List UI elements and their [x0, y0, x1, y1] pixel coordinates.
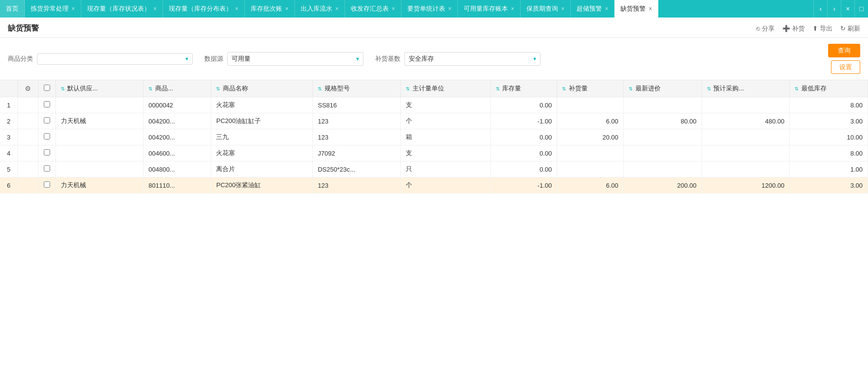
tab-label-1: 拣货异常处理 — [31, 4, 69, 13]
cell-unit-0: 支 — [400, 97, 490, 113]
tab-close-1[interactable]: × — [72, 5, 75, 12]
export-button[interactable]: ⬆ 导出 — [813, 24, 832, 33]
query-button[interactable]: 查询 — [828, 44, 860, 57]
col-header-product_name[interactable]: ⇅ 商品名称 — [211, 80, 313, 97]
table-body: 10000042火花塞SS816支0.008.002力天机械004200...P… — [0, 97, 868, 194]
row-checkbox-1[interactable] — [44, 117, 50, 123]
tab-scroll-right[interactable]: › — [827, 0, 841, 18]
cell-product_name-0: 火花塞 — [211, 97, 313, 113]
tab-close-8[interactable]: × — [511, 5, 514, 12]
cell-unit-2: 箱 — [400, 129, 490, 145]
filter-actions: 查询 设置 — [828, 44, 860, 74]
tab-close-3[interactable]: × — [235, 5, 238, 12]
tab-item-4[interactable]: 库存批次账× — [245, 0, 295, 18]
tab-item-7[interactable]: 要货单统计表× — [401, 0, 458, 18]
gear-col-icon[interactable]: ⚙ — [25, 85, 31, 92]
select-all-checkbox[interactable] — [44, 85, 50, 91]
export-label: 导出 — [820, 24, 832, 33]
tab-close-4[interactable]: × — [285, 5, 289, 12]
col-header-product_code[interactable]: ⇅ 商品... — [144, 80, 211, 97]
cell-replenish_qty-5: 6.00 — [557, 177, 624, 194]
settings-button[interactable]: 设置 — [831, 60, 860, 74]
tab-maximize[interactable]: □ — [854, 0, 868, 18]
cell-unit-3: 支 — [400, 145, 490, 161]
row-num-1: 2 — [0, 113, 18, 129]
table-container: ⚙⇅ 默认供应...⇅ 商品...⇅ 商品名称⇅ 规格型号⇅ 主计量单位⇅ 库存… — [0, 80, 868, 194]
category-filter-group: 商品分类 ▾ — [8, 53, 193, 65]
cell-min_stock-3: 8.00 — [790, 145, 868, 161]
col-header-unit[interactable]: ⇅ 主计量单位 — [400, 80, 490, 97]
category-select[interactable]: ▾ — [37, 53, 193, 65]
tab-close-5[interactable]: × — [335, 5, 339, 12]
tab-close-11[interactable]: × — [649, 5, 652, 12]
cell-stock-3: 0.00 — [490, 145, 557, 161]
tab-item-1[interactable]: 拣货异常处理× — [25, 0, 81, 18]
tab-label-4: 库存批次账 — [251, 4, 282, 13]
cell-estimated_purchase-4 — [702, 161, 790, 177]
cell-supplier-1: 力天机械 — [55, 113, 144, 129]
tab-label-3: 现存量（库存分布表） — [169, 4, 232, 13]
tab-item-5[interactable]: 出入库流水× — [295, 0, 345, 18]
row-checkbox-2[interactable] — [44, 133, 50, 140]
col-header-min_stock[interactable]: ⇅ 最低库存 — [790, 80, 868, 97]
col-header-stock[interactable]: ⇅ 库存量 — [490, 80, 557, 97]
export-icon: ⬆ — [813, 25, 818, 32]
tab-item-9[interactable]: 保质期查询× — [521, 0, 571, 18]
tab-close-2[interactable]: × — [153, 5, 157, 12]
tab-item-6[interactable]: 收发存汇总表× — [345, 0, 401, 18]
replenish-select[interactable]: 安全库存 ▾ — [404, 52, 541, 66]
row-gear-1 — [18, 113, 38, 129]
cell-latest_price-2 — [623, 129, 702, 145]
tab-item-8[interactable]: 可用量库存账本× — [458, 0, 521, 18]
tab-close-7[interactable]: × — [448, 5, 452, 12]
cell-min_stock-0: 8.00 — [790, 97, 868, 113]
tab-close-10[interactable]: × — [605, 5, 608, 12]
cell-product_code-3: 004600... — [144, 145, 211, 161]
replenish-button[interactable]: ➕ 补货 — [782, 24, 805, 33]
sort-arrows-supplier: ⇅ — [61, 86, 66, 91]
col-header-replenish_qty[interactable]: ⇅ 补货量 — [557, 80, 624, 97]
tab-close-6[interactable]: × — [392, 5, 395, 12]
table-row: 6力天机械801110...PC200张紧油缸123个-1.006.00200.… — [0, 177, 868, 194]
cell-spec-1: 123 — [313, 113, 401, 129]
col-header-spec[interactable]: ⇅ 规格型号 — [313, 80, 401, 97]
tab-close-9[interactable]: × — [561, 5, 564, 12]
replenish-icon: ➕ — [782, 25, 790, 32]
share-button[interactable]: ⎋ 分享 — [756, 24, 775, 33]
datasource-label: 数据源 — [204, 54, 223, 63]
col-header-supplier[interactable]: ⇅ 默认供应... — [55, 80, 144, 97]
cell-estimated_purchase-5: 1200.00 — [702, 177, 790, 194]
col-header-num — [0, 80, 18, 97]
tab-item-11[interactable]: 缺货预警× — [615, 0, 658, 18]
table-row: 3004200...三九123箱0.0020.0010.00 — [0, 129, 868, 145]
row-checkbox-cell-2 — [38, 129, 55, 145]
tab-item-3[interactable]: 现存量（库存分布表）× — [163, 0, 245, 18]
col-header-latest_price[interactable]: ⇅ 最新进价 — [623, 80, 702, 97]
col-header-estimated_purchase[interactable]: ⇅ 预计采购... — [702, 80, 790, 97]
filter-area: 商品分类 ▾ 数据源 可用量 ▾ 补货基数 安全库存 ▾ 查询 设置 — [0, 38, 868, 80]
cell-min_stock-4: 1.00 — [790, 161, 868, 177]
row-checkbox-3[interactable] — [44, 149, 50, 156]
tab-close-all[interactable]: × — [841, 0, 854, 18]
row-checkbox-5[interactable] — [44, 181, 50, 188]
cell-supplier-2 — [55, 129, 144, 145]
sort-arrows-stock: ⇅ — [496, 86, 501, 91]
row-gear-3 — [18, 145, 38, 161]
row-checkbox-cell-4 — [38, 161, 55, 177]
tab-item-10[interactable]: 超储预警× — [571, 0, 615, 18]
sort-arrows-estimated_purchase: ⇅ — [707, 86, 712, 91]
cell-spec-3: J7092 — [313, 145, 401, 161]
tab-bar: 首页拣货异常处理×现存量（库存状况表）×现存量（库存分布表）×库存批次账×出入库… — [0, 0, 868, 18]
refresh-button[interactable]: ↻ 刷新 — [840, 24, 860, 33]
col-header-gear: ⚙ — [18, 80, 38, 97]
header-actions: ⎋ 分享 ➕ 补货 ⬆ 导出 ↻ 刷新 — [756, 24, 860, 33]
row-checkbox-4[interactable] — [44, 165, 50, 172]
col-label-replenish_qty: 补货量 — [569, 85, 588, 92]
datasource-select[interactable]: 可用量 ▾ — [227, 52, 363, 66]
tab-scroll-left[interactable]: ‹ — [814, 0, 827, 18]
tab-item-0[interactable]: 首页 — [0, 0, 25, 18]
row-gear-4 — [18, 161, 38, 177]
tab-item-2[interactable]: 现存量（库存状况表）× — [81, 0, 163, 18]
share-label: 分享 — [762, 24, 775, 33]
row-checkbox-0[interactable] — [44, 101, 50, 107]
